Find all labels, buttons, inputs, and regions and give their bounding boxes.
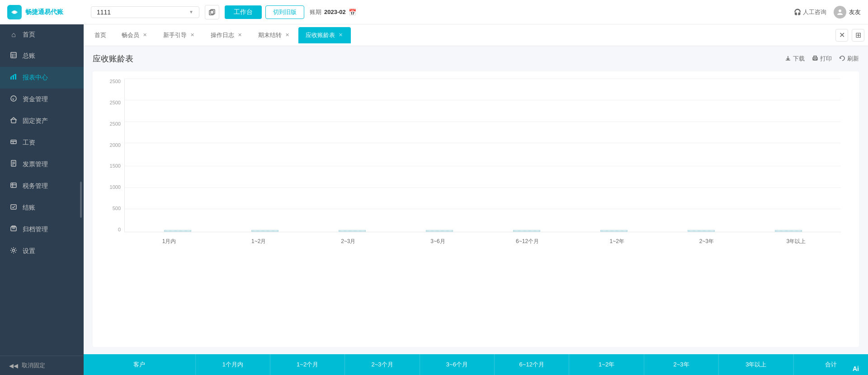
x-label-2-3year: 2~3年	[662, 238, 751, 245]
sidebar-item-checkout[interactable]: 结账	[0, 197, 84, 219]
sidebar-label-report: 报表中心	[23, 74, 48, 82]
bar-3plus-year	[775, 230, 802, 232]
page-content: 应收账龄表 下载	[84, 46, 868, 354]
sidebar-label-checkout: 结账	[23, 204, 35, 212]
bars-area	[125, 79, 841, 232]
svg-point-0	[13, 11, 16, 14]
header-icons	[205, 5, 219, 19]
table-header-6-12month: 6~12个月	[495, 354, 569, 375]
bar-group-1-2month	[221, 230, 308, 232]
tab-oplog-label: 操作日志	[211, 31, 234, 39]
svg-rect-10	[15, 74, 16, 80]
refresh-icon	[839, 55, 845, 63]
y-label-2000: 2000	[110, 142, 121, 148]
logo-icon	[7, 5, 22, 19]
y-label-1500: 1500	[110, 163, 121, 169]
company-selector[interactable]: 1111 ▼	[91, 6, 199, 18]
tab-ar-aging-close[interactable]: ✕	[338, 32, 344, 38]
sidebar-item-settings[interactable]: 设置	[0, 240, 84, 262]
download-icon	[785, 55, 791, 63]
logo-text: 畅捷通易代账	[25, 8, 63, 16]
print-button[interactable]: 打印	[812, 55, 832, 63]
tab-period-end-close[interactable]: ✕	[284, 32, 290, 38]
table-header-3plus-year: 3年以上	[719, 354, 793, 375]
tab-period-end[interactable]: 期末结转 ✕	[251, 27, 297, 43]
user-avatar	[834, 6, 846, 19]
logo-area: 畅捷通易代账	[7, 5, 91, 19]
print-icon	[812, 55, 818, 63]
copy-icon-btn[interactable]	[205, 5, 219, 19]
pin-icon: ◀◀	[9, 362, 18, 369]
tab-member[interactable]: 畅会员 ✕	[114, 27, 155, 43]
y-label-2500-2: 2500	[110, 100, 121, 105]
svg-rect-4	[11, 52, 16, 58]
headset-icon: 🎧	[794, 9, 801, 15]
bar-group-6-12month	[483, 230, 570, 232]
bar-group-1month	[134, 230, 221, 232]
refresh-button[interactable]: 刷新	[839, 55, 859, 63]
tab-home[interactable]: 首页	[87, 27, 113, 43]
tab-guide-label: 新手引导	[163, 31, 187, 39]
calendar-icon[interactable]: 📅	[349, 9, 356, 16]
period-area: 账期 2023-02 📅	[310, 8, 356, 16]
bar-1-2year	[600, 230, 627, 232]
sidebar-item-ledger[interactable]: 总账	[0, 45, 84, 67]
x-label-3plus-year: 3年以上	[751, 238, 841, 245]
archive-icon	[9, 225, 18, 234]
sidebar-item-tax[interactable]: 税务管理	[0, 175, 84, 197]
sidebar-item-archive[interactable]: 归档管理	[0, 219, 84, 240]
tab-guide[interactable]: 新手引导 ✕	[156, 27, 203, 43]
print-label: 打印	[820, 55, 832, 63]
close-all-tabs-button[interactable]: ✕	[835, 29, 848, 42]
y-axis: 2500 2500 2500 2000 1500 1000 500 0	[102, 79, 124, 232]
page-actions: 下载 打印	[785, 55, 859, 63]
ai-badge[interactable]: Ai	[844, 362, 868, 375]
sidebar-item-home[interactable]: ⌂ 首页	[0, 24, 84, 45]
expand-tabs-button[interactable]: ⊞	[852, 29, 864, 42]
table-header-2-3year: 2~3年	[644, 354, 719, 375]
report-icon	[9, 73, 18, 82]
svg-point-28	[13, 249, 15, 252]
tab-guide-close[interactable]: ✕	[189, 32, 195, 38]
consult-button[interactable]: 🎧 人工咨询	[794, 8, 826, 16]
bar-2-3year	[688, 230, 715, 232]
sidebar-item-report[interactable]: 报表中心	[0, 67, 84, 89]
content-area: 首页 畅会员 ✕ 新手引导 ✕ 操作日志 ✕ 期末结转 ✕ 应收账龄表 ✕	[84, 24, 868, 375]
y-label-2500-top: 2500	[110, 79, 121, 84]
sidebar-item-assets[interactable]: 固定资产	[0, 110, 84, 132]
company-name: 1111	[97, 9, 185, 16]
tab-oplog[interactable]: 操作日志 ✕	[203, 27, 250, 43]
tab-bar-actions: ✕ ⊞	[835, 29, 864, 42]
tab-member-close[interactable]: ✕	[142, 32, 148, 38]
user-area[interactable]: 友友	[834, 6, 861, 19]
sidebar-item-funds[interactable]: ¥ 资金管理	[0, 89, 84, 110]
period-value: 2023-02	[324, 9, 346, 15]
download-button[interactable]: 下载	[785, 55, 805, 63]
table-header-2-3month: 2~3个月	[345, 354, 420, 375]
bar-group-3-6month	[396, 230, 483, 232]
bar-1month	[164, 230, 191, 232]
table-header-row: 客户 1个月内 1~2个月 2~3个月 3~6个月 6~12个月 1~2年 2~…	[84, 354, 868, 375]
sidebar-item-salary[interactable]: 工资	[0, 132, 84, 154]
tab-ar-aging-label: 应收账龄表	[306, 31, 335, 39]
chevron-down-icon: ▼	[189, 9, 193, 14]
tab-ar-aging[interactable]: 应收账龄表 ✕	[298, 27, 351, 43]
svg-rect-30	[814, 59, 816, 60]
ledger-icon	[9, 52, 18, 61]
sidebar-label-tax: 税务管理	[23, 182, 48, 190]
y-label-2500-3: 2500	[110, 121, 121, 127]
workbench-button[interactable]: 工作台	[225, 5, 262, 19]
svg-rect-8	[10, 77, 12, 80]
period-label: 账期	[310, 8, 321, 16]
tab-oplog-close[interactable]: ✕	[237, 32, 243, 38]
x-label-2-3month: 2~3月	[303, 238, 393, 245]
tab-member-label: 畅会员	[122, 31, 139, 39]
tax-icon	[9, 182, 18, 191]
switch-version-button[interactable]: 切到旧版	[265, 5, 304, 19]
funds-icon: ¥	[9, 95, 18, 104]
cancel-pin-button[interactable]: ◀◀ 取消固定	[0, 356, 84, 375]
sidebar-item-invoice[interactable]: 发票管理	[0, 154, 84, 175]
main-layout: ⌂ 首页 总账 报表	[0, 24, 868, 375]
y-label-0: 0	[118, 227, 121, 232]
y-label-500: 500	[113, 206, 121, 211]
